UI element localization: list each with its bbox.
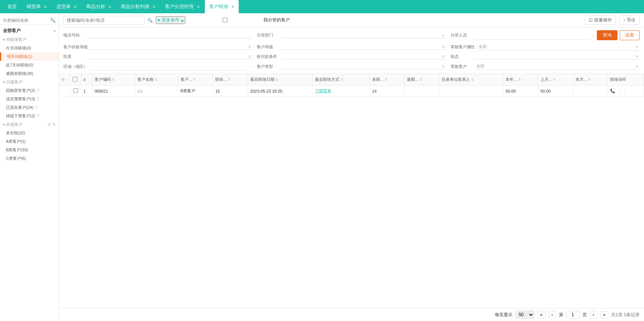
col-checkbox[interactable] [70, 74, 81, 86]
settings-icon[interactable]: ⚙ [61, 77, 65, 82]
last-page-btn[interactable]: » [600, 311, 609, 318]
row-checkbox-cell[interactable] [70, 86, 81, 97]
sidebar-value-group: 价值客户 ↺ ✎ [0, 120, 59, 129]
nav-customer-seg[interactable]: 客户分层经营 ✕ [161, 0, 204, 13]
branch-person-input[interactable] [474, 31, 590, 39]
col-no-contact[interactable]: 未联... ⇅ [370, 74, 405, 86]
nav-analysis-close[interactable]: ✕ [108, 5, 111, 9]
sidebar-item-today-contact[interactable]: 今天待联络(0) [0, 44, 59, 52]
col-last-contact-method[interactable]: 最后联络方式 ⇅ [313, 74, 370, 86]
sidebar-item-ungrouped[interactable]: 未分组(32) [0, 129, 59, 137]
sidebar-search-icon[interactable]: 🔍 [50, 18, 56, 23]
refresh-icon[interactable]: ↺ [48, 122, 51, 127]
sidebar-all-customers[interactable]: 全部客户 « [0, 26, 59, 35]
chevron-up-icon: ▲ [180, 18, 185, 23]
nav-customer-seg-close[interactable]: ✕ [197, 5, 200, 9]
next-page-btn[interactable]: › [590, 311, 597, 318]
phone-input[interactable] [88, 32, 252, 38]
col-last-month[interactable]: 上月... ⇅ [538, 74, 573, 86]
nav-sales[interactable]: 销货单 ✕ [22, 0, 51, 13]
per-page-select[interactable]: 50 100 200 [515, 311, 534, 319]
search-input[interactable] [63, 16, 144, 25]
search-icon[interactable]: 🔍 [147, 18, 153, 23]
my-customers-checkbox[interactable] [188, 18, 262, 23]
customer-type-select[interactable]: ∨ [281, 63, 446, 69]
col-name[interactable]: 客户名称 ⇅ [135, 74, 178, 86]
col-action-label: 联络动作 [610, 77, 626, 82]
sidebar-collapse-icon[interactable]: « [53, 29, 56, 33]
row-type: B类客户 [178, 86, 213, 97]
status-select[interactable]: ∨ [475, 54, 640, 59]
col-settings[interactable]: ⚙ [59, 74, 70, 86]
sort-arrows-date: ⇅ [276, 78, 279, 82]
retail-attr-select[interactable]: 全部 ∨ [477, 43, 640, 51]
payment-select[interactable]: ∨ [281, 54, 446, 59]
prev-page-btn[interactable]: ‹ [549, 311, 556, 318]
col-code[interactable]: 客户编码 ⇅ [92, 74, 135, 86]
gender-select[interactable]: ∨ [88, 54, 252, 59]
first-page-btn[interactable]: « [537, 311, 546, 318]
sidebar-item-repurchase-abnormal[interactable]: 回购异常客户(2) ? [0, 86, 59, 95]
sidebar-item-churned[interactable]: 已流失客户(24) ? [0, 103, 59, 112]
nav-analysis-list-close[interactable]: ✕ [153, 5, 155, 9]
branch-dept-select[interactable]: ∨ [281, 32, 446, 38]
sidebar-search-input[interactable] [3, 18, 50, 23]
sidebar-item-7days-contact[interactable]: 近7天待联络(0) [0, 61, 59, 69]
col-type[interactable]: 客户... ⇅ [178, 74, 213, 86]
col-last-contact-date[interactable]: 最后联络日期 ⇅ [248, 74, 313, 86]
customer-level-select[interactable]: ∨ [281, 44, 446, 50]
row-checkbox[interactable] [73, 88, 78, 93]
sidebar-item-churn-warning-label: 流失预警客户(3) [6, 97, 35, 101]
filter-bar-right: ☑ 批量操作 ↑ 导出 [585, 15, 640, 25]
row-last-method[interactable]: 下销货单 [313, 86, 370, 97]
gender-label: 性质 [63, 54, 85, 59]
last-method-link[interactable]: 下销货单 [315, 89, 331, 93]
edit-icon[interactable]: ✎ [52, 122, 56, 127]
col-this-month[interactable]: 本月... ⇅ [573, 74, 608, 86]
table-header-row: ⚙ # 客户编码 ⇅ 客户名称 ⇅ [59, 74, 644, 86]
sidebar-item-tomorrow-label: 明天待联络(1) [7, 54, 32, 59]
nav-purchase-label: 进货单 [56, 3, 71, 10]
contact-action-icon[interactable]: 📞 [610, 89, 615, 93]
col-contact[interactable]: 联络... ⇅ [213, 74, 248, 86]
more-action-icon[interactable]: ⋮⋮ [618, 89, 626, 93]
nav-analysis[interactable]: 商品分析 ✕ [82, 0, 116, 13]
sidebar-item-class-a[interactable]: A类客户(1) [0, 137, 59, 146]
retail-customer-select[interactable]: 全部 ∨ [475, 63, 640, 70]
nav-purchase-close[interactable]: ✕ [74, 5, 77, 9]
sidebar-item-class-b[interactable]: B类客户(33) [0, 146, 59, 154]
sidebar-item-churn-warning[interactable]: 流失预警客户(3) ? [0, 95, 59, 103]
sidebar-item-overdue-contact[interactable]: 逾期未联络(30) [0, 69, 59, 78]
sort-arrows-unit: ⇅ [471, 78, 474, 82]
filter-icon: ▼ [157, 18, 161, 23]
page-input[interactable] [566, 311, 580, 318]
sidebar-item-class-c-label: C类客户(6) [6, 156, 26, 160]
export-btn[interactable]: ↑ 导出 [619, 15, 640, 25]
sidebar-problem-group: 问题客户 [0, 78, 59, 86]
select-all-checkbox[interactable] [73, 77, 77, 82]
area-more-icon[interactable]: ··· [249, 64, 252, 69]
value-group-icons: ↺ ✎ [48, 122, 56, 127]
nav-analysis-list[interactable]: 商品分析列表 ✕ [116, 0, 160, 13]
col-this-year[interactable]: 本年... ⇅ [503, 74, 538, 86]
nav-purchase[interactable]: 进货单 ✕ [52, 0, 81, 13]
help-icon-3: ? [37, 114, 39, 118]
sidebar-item-tomorrow-contact[interactable]: 明天待联络(1) [0, 52, 59, 61]
nav-sales-close[interactable]: ✕ [44, 5, 47, 9]
nav-home[interactable]: 首页 [3, 0, 21, 13]
nav-customer-contact-close[interactable]: ✕ [231, 5, 234, 9]
settings-btn[interactable]: 设置 [620, 30, 640, 40]
batch-operation-btn[interactable]: ☑ 批量操作 [585, 15, 616, 25]
area-input[interactable] [90, 62, 246, 70]
more-icon[interactable]: ··· [592, 33, 595, 38]
col-unit-contact[interactable]: 往来单位联系人 ⇅ [440, 74, 503, 86]
sidebar-item-class-c[interactable]: C类客户(6) [0, 154, 59, 163]
my-customers-filter[interactable]: 我分管的客户 [188, 17, 290, 23]
sidebar-item-declining[interactable]: 持续下滑客户(2) ? [0, 112, 59, 120]
nav-home-label: 首页 [7, 3, 17, 10]
more-conditions-btn[interactable]: ▼ 更多条件 ▲ [156, 16, 185, 24]
nav-customer-contact[interactable]: 客户联络 ✕ [205, 0, 239, 13]
query-btn[interactable]: 查询 [597, 30, 617, 40]
col-overdue[interactable]: 逾期... ⇅ [405, 74, 440, 86]
price-level-select[interactable]: ∨ [90, 44, 252, 50]
